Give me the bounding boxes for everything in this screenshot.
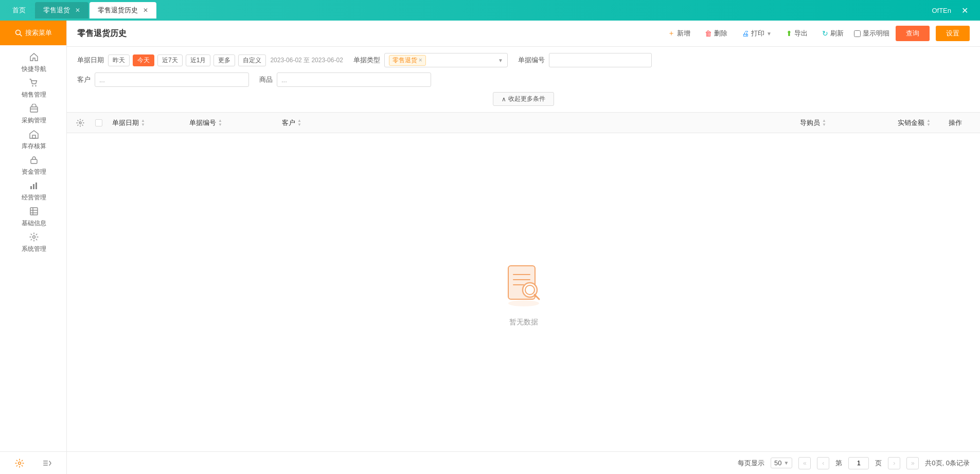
goods-label: 商品 <box>259 75 273 84</box>
svg-rect-10 <box>35 183 37 189</box>
table-icon <box>28 206 40 217</box>
svg-point-15 <box>33 235 35 238</box>
sidebar-item-purchase-mgmt[interactable]: 采购管理 <box>0 101 66 126</box>
sidebar-item-system-label: 系统管理 <box>22 245 46 253</box>
first-page-button[interactable]: « <box>798 457 811 469</box>
doc-no-filter-item: 单据编号 <box>518 53 652 67</box>
sidebar: 搜索菜单 快捷导航 销售管理 采购管理 <box>0 21 67 474</box>
svg-rect-19 <box>43 465 48 466</box>
next-page-button[interactable]: › <box>888 457 900 469</box>
refresh-button[interactable]: ↻ 刷新 <box>818 27 848 40</box>
doc-type-tags: 零售退货 × <box>389 55 426 66</box>
refresh-label: 刷新 <box>830 29 844 38</box>
tab-retail-return-close[interactable]: ✕ <box>75 7 80 14</box>
doc-type-tag-remove[interactable]: × <box>419 57 422 64</box>
doc-no-input[interactable] <box>549 53 652 67</box>
sidebar-item-finance-label: 资金管理 <box>22 168 46 176</box>
sidebar-collapse-btn[interactable] <box>42 458 51 468</box>
query-button[interactable]: 查询 <box>896 26 930 41</box>
sidebar-item-sales-label: 销售管理 <box>22 90 46 99</box>
table-header-checkbox[interactable] <box>90 119 108 126</box>
doc-type-tag: 零售退货 × <box>389 55 426 66</box>
page-number-input[interactable] <box>848 457 869 469</box>
th-customer[interactable]: 客户 ▲▼ <box>278 118 796 127</box>
new-button[interactable]: ＋ 新增 <box>664 27 694 40</box>
th-customer-sort-icon: ▲▼ <box>297 119 301 127</box>
date-btn-yesterday[interactable]: 昨天 <box>108 54 130 66</box>
box-icon <box>28 103 40 114</box>
tab-retail-return-history[interactable]: 零售退货历史 ✕ <box>90 2 156 19</box>
svg-line-1 <box>20 34 22 37</box>
svg-rect-8 <box>30 186 32 189</box>
export-label: 导出 <box>794 29 808 38</box>
doc-type-select[interactable]: 零售退货 × ▼ <box>384 53 508 67</box>
svg-point-20 <box>79 122 81 124</box>
doc-no-label: 单据编号 <box>518 56 545 65</box>
last-page-button[interactable]: » <box>906 457 919 469</box>
setting-button[interactable]: 设置 <box>936 26 970 41</box>
th-ops: 操作 <box>935 118 976 127</box>
sidebar-item-system[interactable]: 系统管理 <box>0 229 66 255</box>
export-icon: ⬆ <box>786 29 792 38</box>
th-docno-label: 单据编号 <box>189 118 216 127</box>
sidebar-item-quick-nav[interactable]: 快捷导航 <box>0 49 66 75</box>
window-close-button[interactable]: ✕ <box>957 3 972 17</box>
svg-rect-17 <box>43 461 48 462</box>
sidebar-item-finance[interactable]: 资金管理 <box>0 152 66 178</box>
customer-dots: ... <box>99 76 105 84</box>
print-chevron-icon: ▼ <box>767 31 772 37</box>
date-btn-today[interactable]: 今天 <box>133 54 154 66</box>
th-guide[interactable]: 导购员 ▲▼ <box>796 118 873 127</box>
display-detail-checkbox[interactable]: 显示明细 <box>854 29 889 38</box>
empty-illustration <box>498 258 549 309</box>
header-actions: ＋ 新增 🗑 删除 🖨 打印 ▼ ⬆ 导出 ↻ 刷新 <box>664 26 970 41</box>
tab-retail-return[interactable]: 零售退货 ✕ <box>35 2 88 19</box>
table-settings-btn[interactable] <box>71 119 90 127</box>
filter-row-2: 客户 ... 商品 ... <box>77 72 970 87</box>
th-docno-sort-icon: ▲▼ <box>218 119 222 127</box>
page-title: 零售退货历史 <box>77 28 127 39</box>
pagination-bar: 每页显示 50 ▼ « ‹ 第 页 › » 共0页, 0条记录 <box>67 451 980 474</box>
date-btn-7days[interactable]: 近7天 <box>157 54 183 66</box>
home-icon <box>28 51 40 63</box>
svg-rect-4 <box>30 107 38 112</box>
tab-home[interactable]: 首页 <box>4 2 34 19</box>
date-filter-item: 单据日期 昨天 今天 近7天 近1月 更多 自定义 2023-06-02 至 2… <box>77 54 343 66</box>
delete-button[interactable]: 🗑 删除 <box>701 27 732 40</box>
date-btn-custom[interactable]: 自定义 <box>238 54 266 66</box>
display-detail-input[interactable] <box>854 30 861 37</box>
filter-area: 单据日期 昨天 今天 近7天 近1月 更多 自定义 2023-06-02 至 2… <box>67 47 980 113</box>
th-date-label: 单据日期 <box>112 118 139 127</box>
date-btn-more[interactable]: 更多 <box>213 54 235 66</box>
export-button[interactable]: ⬆ 导出 <box>782 27 812 40</box>
goods-select[interactable]: ... <box>277 72 431 87</box>
lock-icon <box>28 154 40 166</box>
per-page-label: 每页显示 <box>738 459 764 468</box>
chart-icon <box>28 180 40 191</box>
svg-rect-18 <box>43 463 48 464</box>
filter-row-1: 单据日期 昨天 今天 近7天 近1月 更多 自定义 2023-06-02 至 2… <box>77 53 970 67</box>
print-label: 打印 <box>751 29 764 38</box>
collapse-button[interactable]: ∧ 收起更多条件 <box>493 92 554 106</box>
tab-retail-return-history-close[interactable]: ✕ <box>143 7 148 14</box>
th-date[interactable]: 单据日期 ▲▼ <box>108 118 185 127</box>
date-btn-1month[interactable]: 近1月 <box>186 54 211 66</box>
prev-page-button[interactable]: ‹ <box>817 457 829 469</box>
print-button[interactable]: 🖨 打印 ▼ <box>738 27 776 40</box>
customer-select[interactable]: ... <box>95 72 249 87</box>
select-all-checkbox[interactable] <box>95 119 102 126</box>
sidebar-item-operations[interactable]: 经营管理 <box>0 178 66 204</box>
sidebar-item-basic-info[interactable]: 基础信息 <box>0 204 66 229</box>
svg-point-16 <box>19 462 21 464</box>
new-label: 新增 <box>677 29 690 38</box>
th-docno[interactable]: 单据编号 ▲▼ <box>185 118 278 127</box>
sidebar-settings-btn[interactable] <box>15 458 24 468</box>
svg-rect-9 <box>33 184 34 189</box>
sidebar-item-operations-label: 经营管理 <box>22 193 46 202</box>
page-size-select[interactable]: 50 ▼ <box>771 458 792 468</box>
sidebar-item-sales-mgmt[interactable]: 销售管理 <box>0 75 66 101</box>
sidebar-search[interactable]: 搜索菜单 <box>0 21 66 45</box>
sidebar-item-inventory[interactable]: 库存核算 <box>0 126 66 152</box>
search-icon <box>15 29 22 37</box>
th-amount[interactable]: 实销金额 ▲▼ <box>873 118 935 127</box>
